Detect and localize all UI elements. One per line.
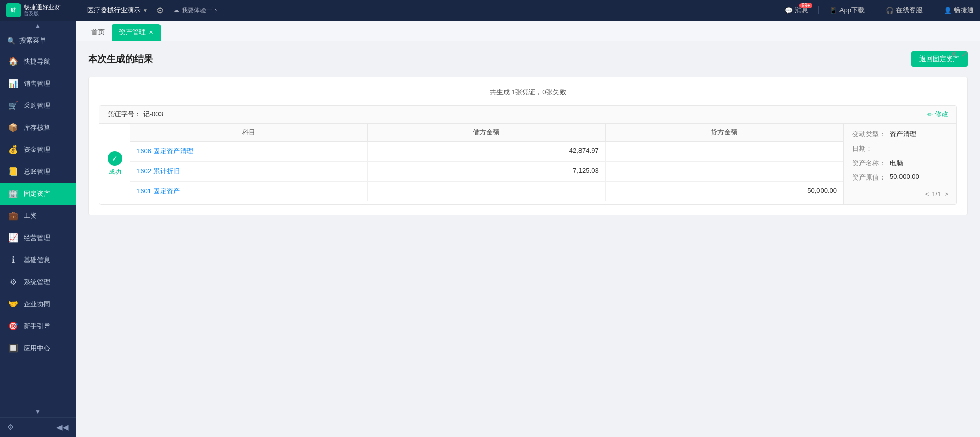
info-row-asset-name: 资产名称： 电脑 bbox=[852, 158, 948, 168]
sidebar-scroll-down[interactable]: ▼ bbox=[0, 407, 76, 417]
row2-subject: 1602 累计折旧 bbox=[130, 162, 368, 181]
prev-page-button[interactable]: < bbox=[925, 190, 929, 198]
content-area: 首页 资产管理 ✕ 本次生成的结果 返回固定资产 共生成 1张凭证，0张失败 bbox=[76, 21, 980, 437]
result-summary: 共生成 1张凭证，0张失败 bbox=[99, 88, 957, 97]
sidebar-label-app-center: 应用中心 bbox=[24, 344, 50, 353]
operations-icon: 📈 bbox=[8, 233, 18, 243]
sidebar-settings-icon[interactable]: ⚙ bbox=[7, 423, 14, 432]
tab-home[interactable]: 首页 bbox=[84, 24, 112, 41]
search-icon: 🔍 bbox=[7, 37, 15, 45]
col-subject: 科目 bbox=[130, 124, 368, 141]
sidebar-item-app-center[interactable]: 🔲 应用中心 bbox=[0, 337, 76, 359]
edit-label: 修改 bbox=[935, 110, 948, 119]
type-label: 变动类型： bbox=[852, 130, 886, 139]
asset-name-label: 资产名称： bbox=[852, 158, 886, 168]
company-dropdown-icon: ▼ bbox=[143, 8, 148, 13]
sidebar-item-basic-info[interactable]: ℹ 基础信息 bbox=[0, 249, 76, 271]
sidebar-item-operations[interactable]: 📈 经营管理 bbox=[0, 227, 76, 249]
voucher-number-value: 记-003 bbox=[143, 110, 163, 118]
tab-asset-mgmt-label: 资产管理 bbox=[119, 28, 146, 37]
user-icon: 👤 bbox=[944, 7, 952, 14]
header-divider-2 bbox=[875, 6, 875, 14]
sidebar-label-basic-info: 基础信息 bbox=[24, 255, 50, 265]
sidebar-bottom: ⚙ ◀◀ bbox=[0, 417, 76, 437]
row1-credit bbox=[606, 142, 843, 161]
voucher-section: 凭证字号： 记-003 ✏ 修改 ✓ 成功 bbox=[99, 105, 957, 205]
sidebar-label-ledger: 总账管理 bbox=[24, 167, 50, 176]
experience-button[interactable]: ☁ 我要体验一下 bbox=[173, 6, 218, 15]
page-title-row: 本次生成的结果 返回固定资产 bbox=[88, 51, 968, 67]
experience-label: 我要体验一下 bbox=[182, 6, 218, 15]
sidebar-item-search[interactable]: 🔍 搜索菜单 bbox=[0, 31, 76, 50]
info-row-date: 日期： bbox=[852, 144, 948, 153]
sidebar-item-funds[interactable]: 💰 资金管理 bbox=[0, 138, 76, 161]
funds-icon: 💰 bbox=[8, 145, 18, 154]
sidebar-item-sales[interactable]: 📊 销售管理 bbox=[0, 72, 76, 94]
sidebar-item-quick-nav[interactable]: 🏠 快捷导航 bbox=[0, 50, 76, 72]
sidebar-label-funds: 资金管理 bbox=[24, 145, 50, 154]
sidebar-item-fixed-assets[interactable]: 🏢 固定资产 bbox=[0, 183, 76, 205]
edit-icon: ✏ bbox=[927, 111, 933, 118]
sidebar-label-purchase: 采购管理 bbox=[24, 101, 50, 110]
pagination: < 1/1 > bbox=[852, 190, 948, 198]
tab-bar: 首页 资产管理 ✕ bbox=[76, 21, 980, 41]
sidebar-item-system[interactable]: ⚙ 系统管理 bbox=[0, 271, 76, 293]
quick-nav-icon: 🏠 bbox=[8, 56, 18, 66]
sidebar-label-search: 搜索菜单 bbox=[19, 36, 46, 45]
guide-icon: 🎯 bbox=[8, 321, 18, 331]
enterprise-icon: 🤝 bbox=[8, 299, 18, 309]
sidebar-item-inventory[interactable]: 📦 库存核算 bbox=[0, 116, 76, 138]
fixed-assets-icon: 🏢 bbox=[8, 189, 18, 198]
close-panel-button[interactable]: ✕ bbox=[950, 49, 957, 59]
col-credit: 贷方金额 bbox=[606, 124, 843, 141]
sidebar-scroll: 🔍 搜索菜单 🏠 快捷导航 📊 销售管理 🛒 采购管理 📦 库存核算 💰 bbox=[0, 31, 76, 407]
row3-credit: 50,000.00 bbox=[606, 182, 843, 201]
sidebar-item-guide[interactable]: 🎯 新手引导 bbox=[0, 315, 76, 337]
sidebar-item-purchase[interactable]: 🛒 采购管理 bbox=[0, 94, 76, 116]
sidebar-label-quick-nav: 快捷导航 bbox=[24, 57, 50, 66]
sidebar-label-guide: 新手引导 bbox=[24, 322, 50, 331]
sidebar-scroll-up[interactable]: ▲ bbox=[0, 21, 76, 31]
header-divider-3 bbox=[933, 6, 933, 14]
edit-button[interactable]: ✏ 修改 bbox=[927, 110, 948, 119]
success-text: 成功 bbox=[109, 168, 121, 176]
service-icon: 🎧 bbox=[886, 7, 894, 14]
app-download-button[interactable]: 📱 App下载 bbox=[829, 6, 865, 15]
sidebar-label-operations: 经营管理 bbox=[24, 233, 50, 243]
header-settings-icon[interactable]: ⚙ bbox=[153, 3, 167, 17]
row1-debit: 42,874.97 bbox=[368, 142, 605, 161]
sidebar-item-payroll[interactable]: 💼 工资 bbox=[0, 205, 76, 227]
tab-home-label: 首页 bbox=[91, 28, 105, 37]
experience-icon: ☁ bbox=[173, 7, 179, 14]
page-content: 本次生成的结果 返回固定资产 共生成 1张凭证，0张失败 凭证字号： 记-003 bbox=[76, 41, 980, 437]
date-label: 日期： bbox=[852, 144, 872, 153]
sidebar-label-system: 系统管理 bbox=[24, 277, 50, 287]
sidebar-collapse-icon[interactable]: ◀◀ bbox=[56, 423, 69, 432]
tab-close-icon[interactable]: ✕ bbox=[149, 29, 153, 36]
main-layout: ▲ 🔍 搜索菜单 🏠 快捷导航 📊 销售管理 🛒 采购管理 📦 库存核算 bbox=[0, 21, 980, 437]
expand-panel-button[interactable]: ⤢ bbox=[961, 49, 968, 59]
table-row: 1602 累计折旧 7,125.03 bbox=[130, 162, 843, 182]
voucher-number: 凭证字号： 记-003 bbox=[108, 110, 163, 119]
sidebar-item-ledger[interactable]: 📒 总账管理 bbox=[0, 161, 76, 183]
right-info-panel: 变动类型： 资产清理 日期： 资产名称： 电脑 bbox=[844, 124, 956, 204]
company-name: 医疗器械行业演示 bbox=[87, 6, 141, 15]
table-row: 1601 固定资产 50,000.00 bbox=[130, 182, 843, 201]
user-avatar[interactable]: 👤 畅捷通 bbox=[944, 6, 974, 15]
original-value-label: 资产原值： bbox=[852, 173, 886, 182]
row3-debit bbox=[368, 182, 605, 201]
payroll-icon: 💼 bbox=[8, 211, 18, 221]
message-icon: 💬 bbox=[785, 7, 793, 14]
sidebar-item-enterprise[interactable]: 🤝 企业协同 bbox=[0, 293, 76, 315]
header-right: 💬 消息 99+ 📱 App下载 🎧 在线客服 👤 畅捷通 bbox=[785, 6, 974, 15]
logo-icon: 财 bbox=[6, 3, 21, 17]
tab-asset-mgmt[interactable]: 资产管理 ✕ bbox=[112, 24, 161, 41]
message-button[interactable]: 💬 消息 99+ bbox=[785, 6, 808, 15]
message-badge: 99+ bbox=[799, 3, 812, 8]
company-selector[interactable]: 医疗器械行业演示 ▼ bbox=[87, 6, 148, 15]
table-row: 1606 固定资产清理 42,874.97 bbox=[130, 142, 843, 162]
online-service-button[interactable]: 🎧 在线客服 bbox=[886, 6, 923, 15]
info-row-type: 变动类型： 资产清理 bbox=[852, 130, 948, 139]
page-title: 本次生成的结果 bbox=[88, 53, 153, 65]
next-page-button[interactable]: > bbox=[944, 190, 948, 198]
